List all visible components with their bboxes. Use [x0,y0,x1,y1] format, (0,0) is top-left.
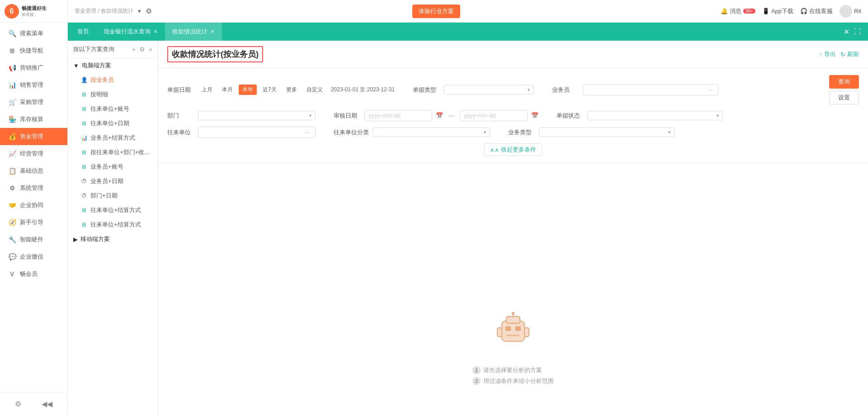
date-tab-this-year[interactable]: 本年 [239,85,257,95]
tree-item-by-detail[interactable]: ⊞ 按明细 [75,87,158,102]
filter-row-1: 单据日期 上月 本月 本年 近7天 更多 自定义 2023-01-01 至 20… [167,75,859,104]
tab-home[interactable]: 首页 [70,23,96,41]
tip-num-1: 1 [472,366,481,374]
sidebar-item-funds[interactable]: 💰 资金管理 [0,128,67,145]
breadcrumb-dropdown[interactable]: ▾ [138,8,141,14]
refresh-btn[interactable]: ↻ 刷新 [840,50,859,58]
notifications-btn[interactable]: 🔔 消息 99+ [721,7,755,15]
page-title: 收款情况统计(按业务员) [167,46,263,62]
audit-date-from[interactable]: yyyy-mm-dd [364,110,432,121]
biz-type-arrow: ▾ [668,130,670,135]
biz-type-select[interactable]: ▾ [539,127,675,137]
footer-collapse-btn[interactable]: ◀◀ [39,397,55,410]
tree-item-partner-account[interactable]: ⊞ 往来单位+账号 [75,102,158,116]
calendar-icon-1[interactable]: 📅 [436,112,443,119]
doc-type-group: 单据类型 ▾ [413,85,534,94]
tree-item-partner-settle1[interactable]: ⊞ 往来单位+结算方式 [75,203,158,217]
tree-item-salesperson-settle[interactable]: 📊 业务员+结算方式 [75,131,158,145]
scheme-settings-btn[interactable]: ⚙ [139,46,145,53]
grid-icon-3: ⊞ [80,120,88,127]
date-tab-7days[interactable]: 近7天 [259,85,280,95]
dept-filter-group: 部门 ▾ [167,111,316,120]
sidebar-item-operation[interactable]: 📈 经营管理 [0,145,67,162]
grid-icon-7: ⊞ [80,221,88,228]
partner-category-select[interactable]: ▾ [373,127,490,137]
online-service-btn[interactable]: 🎧 在线客服 [800,7,833,15]
tree-item-salesperson-account[interactable]: ⊞ 业务员+账号 [75,160,158,174]
tree-group-mobile[interactable]: ▶ 移动端方案 [68,232,158,246]
topbar-gear-icon[interactable]: ⚙ [146,7,152,15]
doc-type-label: 单据类型 [413,86,440,94]
breadcrumb: 资金管理 / 收款情况统计 [75,7,133,15]
footer-settings-btn[interactable]: ⚙ [13,397,24,410]
system-icon: ⚙ [8,184,16,192]
tree-item-partner-settle2[interactable]: ⊞ 往来单位+结算方式 [75,217,158,232]
collapse-filter-btn[interactable]: ∧∧ 收起更多条件 [484,143,542,156]
window-close-btn[interactable]: ✕ [844,28,849,36]
partner-select[interactable]: ··· [198,127,316,138]
sidebar-item-marketing[interactable]: 📢 营销推广 [0,59,67,76]
sidebar-item-inventory[interactable]: 🏪 库存核算 [0,111,67,128]
clock-icon-1: ⏱ [80,178,88,185]
app-download-btn[interactable]: 📱 App下载 [762,7,793,15]
settings-button[interactable]: 设置 [829,91,859,104]
enterprise-icon: 🤝 [8,201,16,209]
sidebar-item-basic[interactable]: 📋 基础信息 [0,162,67,179]
doc-status-select[interactable]: ▾ [587,111,723,120]
tab-bank-flow[interactable]: 现金银行流水查询 ✕ [96,23,165,41]
query-button[interactable]: 查询 [829,75,859,89]
tree-item-partner-date[interactable]: ⊞ 往来单位+日期 [75,116,158,131]
sidebar-item-guide[interactable]: 🧭 新手引导 [0,214,67,231]
chart-icon-1: 📊 [80,134,88,141]
sidebar-footer: ⚙ ◀◀ [0,392,67,415]
date-tab-more[interactable]: 更多 [283,85,301,95]
partner-more-dots: ··· [305,129,310,136]
date-tab-this-month[interactable]: 本月 [218,85,236,95]
sidebar-item-system[interactable]: ⚙ 系统管理 [0,179,67,197]
grid-icon-6: ⊞ [80,207,88,214]
topbar-center: 体验行业方案 [412,5,460,18]
date-tab-custom[interactable]: 自定义 [303,85,326,95]
sidebar-item-purchase[interactable]: 🛒 采购管理 [0,94,67,111]
sidebar-item-hardware[interactable]: 🔧 智能硬件 [0,231,67,248]
salesperson-select[interactable]: ··· [583,84,718,95]
doc-type-select[interactable]: ▾ [443,85,534,94]
tab-collection-close[interactable]: ✕ [210,28,215,35]
date-tabs-group: 上月 本月 本年 近7天 更多 自定义 2023-01-01 至 2023-12… [198,85,395,95]
tree-item-salesperson-date[interactable]: ⏱ 业务员+日期 [75,174,158,189]
tab-bank-flow-close[interactable]: ✕ [153,28,158,35]
date-tab-last-month[interactable]: 上月 [198,85,216,95]
export-btn[interactable]: ↑ 导出 [820,50,836,58]
sidebar-item-enterprise[interactable]: 🤝 企业协同 [0,197,67,214]
notification-badge: 99+ [743,9,755,14]
wechat-icon: 💬 [8,253,16,261]
tip-num-2: 2 [472,377,481,385]
tree-children-pc: 👤 按业务员 ⊞ 按明细 ⊞ 往来单位+账号 ⊞ 往来单位+日期 📊 业 [68,73,158,232]
tree-item-partner-dept-collect[interactable]: ⊞ 按往来单位+部门+收... [75,145,158,160]
tab-collection[interactable]: 收款情况统计 ✕ [165,23,222,41]
collapse-panel-btn[interactable]: « [149,46,152,53]
sidebar-item-wechat[interactable]: 💬 企业微信 [0,248,67,265]
user-area[interactable]: Rit [840,5,861,18]
sidebar-item-search[interactable]: 🔍 搜索菜单 [0,25,67,42]
sidebar-item-member[interactable]: V 畅会员 [0,265,67,283]
tree-group-pc[interactable]: ▼ 电脑端方案 [68,58,158,73]
tabs-bar: 首页 现金银行流水查询 ✕ 收款情况统计 ✕ ✕ ⛶ [68,23,868,41]
sidebar-item-sales[interactable]: 📊 销售管理 [0,76,67,94]
tree-item-dept-date[interactable]: ⏱ 部门+日期 [75,189,158,203]
calendar-icon-2[interactable]: 📅 [531,112,538,119]
svg-rect-8 [524,328,529,337]
dept-select[interactable]: ▾ [198,111,316,120]
biz-type-label: 业务类型 [508,128,535,137]
panel-header: 按以下方案查询 + ⚙ « [68,41,158,58]
window-expand-btn[interactable]: ⛶ [854,28,861,36]
logo-text: 畅捷通好生 标准版 [22,5,47,18]
sidebar-item-quick-nav[interactable]: ⊞ 快捷导航 [0,42,67,59]
sales-icon: 📊 [8,81,16,89]
audit-date-to[interactable]: yyyy-mm-dd [460,110,528,121]
mobile-icon: 📱 [762,8,769,14]
add-scheme-btn[interactable]: + [132,46,136,53]
doc-status-label: 单据状态 [557,112,584,120]
tree-item-by-salesperson[interactable]: 👤 按业务员 [75,73,158,87]
trial-button[interactable]: 体验行业方案 [412,5,460,18]
